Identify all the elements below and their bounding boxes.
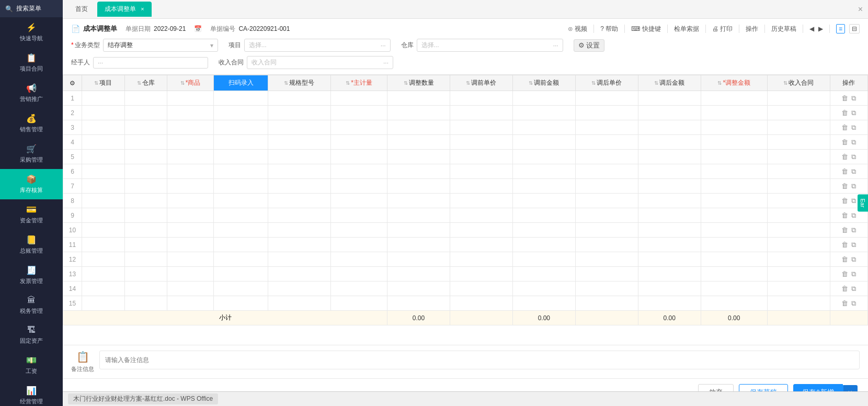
cell-before-amount[interactable] xyxy=(512,135,575,150)
cell-unit[interactable] xyxy=(330,150,387,164)
table-row[interactable]: 14 🗑⧉ xyxy=(63,281,868,296)
settings-button[interactable]: ⚙ 设置 xyxy=(574,39,605,52)
tab-home[interactable]: 首页 xyxy=(68,2,95,17)
cell-warehouse[interactable] xyxy=(124,238,167,252)
cell-after-amount[interactable] xyxy=(638,296,701,311)
cell-qty[interactable] xyxy=(387,208,450,223)
cell-goods[interactable] xyxy=(167,267,214,281)
delete-icon[interactable]: 🗑 xyxy=(841,211,848,219)
cell-before-price[interactable] xyxy=(450,281,512,296)
cell-goods[interactable] xyxy=(167,91,214,106)
action-history[interactable]: 历史草稿 xyxy=(771,25,796,33)
cell-project[interactable] xyxy=(82,252,125,267)
cell-ops[interactable]: 🗑⧉ xyxy=(830,106,867,120)
cell-before-amount[interactable] xyxy=(512,252,575,267)
cell-scan[interactable] xyxy=(214,106,268,120)
cell-after-price[interactable] xyxy=(575,281,638,296)
cell-adjust-amount[interactable] xyxy=(701,91,767,106)
cell-project[interactable] xyxy=(82,296,125,311)
cell-before-amount[interactable] xyxy=(512,106,575,120)
cell-after-amount[interactable] xyxy=(638,194,701,208)
cell-unit[interactable] xyxy=(330,252,387,267)
delete-icon[interactable]: 🗑 xyxy=(841,299,848,307)
sidebar-item-inventory[interactable]: 📦 库存核算 xyxy=(0,169,63,199)
copy-icon[interactable]: ⧉ xyxy=(851,182,856,190)
action-video[interactable]: ⊙ 视频 xyxy=(568,25,587,33)
delete-icon[interactable]: 🗑 xyxy=(841,109,848,117)
cell-unit[interactable] xyxy=(330,179,387,194)
cell-qty[interactable] xyxy=(387,223,450,238)
delete-icon[interactable]: 🗑 xyxy=(841,153,848,161)
cell-project[interactable] xyxy=(82,120,125,135)
cell-scan[interactable] xyxy=(214,120,268,135)
cell-project[interactable] xyxy=(82,179,125,194)
cell-unit[interactable] xyxy=(330,135,387,150)
cell-spec[interactable] xyxy=(268,281,330,296)
tab-close-icon[interactable]: × xyxy=(141,6,144,12)
cell-after-amount[interactable] xyxy=(638,106,701,120)
tab-cost-adjustment[interactable]: 成本调整单 × xyxy=(97,2,152,17)
cell-adjust-amount[interactable] xyxy=(701,150,767,164)
copy-icon[interactable]: ⧉ xyxy=(851,109,856,117)
cell-ops[interactable]: 🗑⧉ xyxy=(830,120,867,135)
cell-unit[interactable] xyxy=(330,91,387,106)
delete-icon[interactable]: 🗑 xyxy=(841,285,848,292)
cell-before-amount[interactable] xyxy=(512,150,575,164)
cell-ops[interactable]: 🗑⧉ xyxy=(830,281,867,296)
cell-before-price[interactable] xyxy=(450,179,512,194)
cell-qty[interactable] xyxy=(387,238,450,252)
cell-goods[interactable] xyxy=(167,150,214,164)
copy-icon[interactable]: ⧉ xyxy=(851,138,856,146)
cell-income-contract[interactable] xyxy=(767,150,830,164)
copy-icon[interactable]: ⧉ xyxy=(851,167,856,176)
cell-after-price[interactable] xyxy=(575,150,638,164)
cell-before-amount[interactable] xyxy=(512,296,575,311)
action-ops[interactable]: 操作 xyxy=(746,25,758,33)
th-settings[interactable]: ⚙ xyxy=(63,75,82,91)
cell-before-amount[interactable] xyxy=(512,223,575,238)
cell-qty[interactable] xyxy=(387,135,450,150)
warehouse-dots[interactable]: ··· xyxy=(553,42,558,49)
sidebar-item-sales[interactable]: 💰 销售管理 xyxy=(0,108,63,139)
cell-before-price[interactable] xyxy=(450,208,512,223)
cell-before-amount[interactable] xyxy=(512,120,575,135)
business-type-input[interactable]: 结存调整 ▾ xyxy=(103,39,218,52)
cell-ops[interactable]: 🗑⧉ xyxy=(830,150,867,164)
cell-adjust-amount[interactable] xyxy=(701,194,767,208)
cell-before-price[interactable] xyxy=(450,164,512,179)
delete-icon[interactable]: 🗑 xyxy=(841,167,848,175)
cell-income-contract[interactable] xyxy=(767,208,830,223)
table-row[interactable]: 15 🗑⧉ xyxy=(63,296,868,311)
cell-unit[interactable] xyxy=(330,267,387,281)
cell-goods[interactable] xyxy=(167,194,214,208)
cell-unit[interactable] xyxy=(330,164,387,179)
cell-spec[interactable] xyxy=(268,135,330,150)
cell-warehouse[interactable] xyxy=(124,223,167,238)
cell-project[interactable] xyxy=(82,208,125,223)
cell-warehouse[interactable] xyxy=(124,135,167,150)
cell-warehouse[interactable] xyxy=(124,106,167,120)
cell-after-price[interactable] xyxy=(575,267,638,281)
cell-income-contract[interactable] xyxy=(767,194,830,208)
delete-icon[interactable]: 🗑 xyxy=(841,182,848,190)
cell-project[interactable] xyxy=(82,223,125,238)
cell-adjust-amount[interactable] xyxy=(701,120,767,135)
table-row[interactable]: 7 🗑⧉ xyxy=(63,179,868,194)
cell-scan[interactable] xyxy=(214,223,268,238)
cell-before-amount[interactable] xyxy=(512,267,575,281)
delete-icon[interactable]: 🗑 xyxy=(841,94,848,102)
cell-goods[interactable] xyxy=(167,223,214,238)
cell-project[interactable] xyxy=(82,164,125,179)
cell-scan[interactable] xyxy=(214,238,268,252)
cell-spec[interactable] xyxy=(268,120,330,135)
cell-project[interactable] xyxy=(82,238,125,252)
copy-icon[interactable]: ⧉ xyxy=(851,226,856,234)
sidebar-item-ledger[interactable]: 📒 总账管理 xyxy=(0,230,63,260)
cell-spec[interactable] xyxy=(268,150,330,164)
note-input[interactable] xyxy=(99,351,860,369)
nav-next-icon[interactable]: ▶ xyxy=(818,25,823,32)
cell-ops[interactable]: 🗑⧉ xyxy=(830,91,867,106)
table-row[interactable]: 8 🗑⧉ xyxy=(63,194,868,208)
cell-after-amount[interactable] xyxy=(638,238,701,252)
cell-adjust-amount[interactable] xyxy=(701,135,767,150)
